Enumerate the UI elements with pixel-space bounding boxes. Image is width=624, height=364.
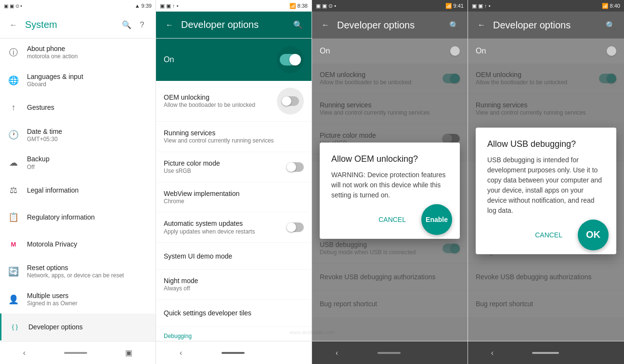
time-4: 8:40 [610,3,620,9]
nav-gestures-title: Gestures [27,103,148,112]
search-button-1[interactable]: 🔍 [121,19,132,31]
wifi-icon-3: 📶 [445,3,452,9]
dialog-wrapper-3: Allow OEM unlocking? WARNING: Device pro… [312,64,468,318]
setting-oem-unlocking-2[interactable]: OEM unlocking Allow the bootloader to be… [156,81,312,122]
nav-reset-title: Reset options [27,263,148,272]
picture-toggle-2[interactable] [286,162,304,172]
back-button-1[interactable]: ← [8,19,19,31]
nav-reset[interactable]: 🔄 Reset options Network, apps, or device… [0,258,156,286]
nav-about-subtitle: motorola one action [27,53,148,61]
picture-thumb-2 [286,162,296,172]
setting-night-subtitle-2: Always off [164,285,304,293]
nav-developer-options[interactable]: { } Developer options [0,313,156,340]
back-button-2[interactable]: ← [164,19,175,31]
nav-backup[interactable]: ☁ Backup Off [0,149,156,177]
cancel-button-4[interactable]: Cancel [527,223,570,247]
app-title-2: Developer options [181,19,286,30]
setting-ui-demo-2[interactable]: System UI demo mode [156,243,312,270]
panel-usb-dialog: ▣ ▣ ↑ • 📶 8:40 ← Developer options 🔍 On … [468,0,624,364]
dialog-title-3: Allow OEM unlocking? [331,154,448,164]
nav-backup-title: Backup [27,155,148,163]
setting-webview-2[interactable]: WebView implementation Chrome [156,182,312,213]
back-nav-3[interactable]: ‹ [328,345,346,361]
auto-thumb-2 [286,222,296,232]
back-button-3[interactable]: ← [320,19,331,31]
nav-motorola-privacy[interactable]: M Motorola Privacy [0,231,156,258]
status-icons-left-2: ▣ ▣ ↑ • [160,3,179,9]
app-bar-icons-1: 🔍 ? [121,19,148,31]
app-title-3: Developer options [337,20,442,31]
recents-nav-1[interactable]: ▣ [117,344,140,361]
ok-button-4[interactable]: OK [578,220,609,250]
setting-auto-subtitle-2: Apply updates when device restarts [164,228,286,236]
nav-developer-text: Developer options [28,323,148,331]
nav-backup-subtitle: Off [27,164,148,171]
setting-ui-title-2: System UI demo mode [164,252,304,260]
cancel-button-3[interactable]: Cancel [371,208,414,231]
reset-icon: 🔄 [8,266,19,277]
setting-night-text-2: Night mode Always off [164,276,304,293]
oem-toggle-highlight-2[interactable] [277,88,304,115]
back-icon-1: ← [10,21,17,29]
panel-developer-options: ▣ ▣ ↑ • 📶 8:38 ← Developer options 🔍 On … [156,0,312,364]
home-indicator-1[interactable] [64,352,87,354]
on-off-label-4: On [476,47,486,55]
time-2: 8:38 [298,3,308,9]
search-button-2[interactable]: 🔍 [292,19,304,31]
on-off-toggle-highlight-2[interactable] [277,46,304,73]
languages-icon: 🌐 [8,75,19,86]
search-button-3[interactable]: 🔍 [448,19,460,31]
setting-auto-title-2: Automatic system updates [164,219,286,228]
app-bar-icons-4: 🔍 [605,19,616,31]
setting-running-subtitle-2: View and control currently running servi… [164,137,304,145]
setting-running-text-2: Running services View and control curren… [164,129,304,145]
backup-icon: ☁ [8,157,19,169]
enable-button-3[interactable]: Enable [421,204,452,235]
on-off-toggle-4[interactable] [599,46,616,56]
nav-legal[interactable]: ⚖ Legal information [0,177,156,204]
nav-gestures[interactable]: ↑ Gestures [0,94,156,121]
nav-regulatory[interactable]: 📋 Regulatory information [0,204,156,231]
search-button-4[interactable]: 🔍 [605,19,616,31]
back-nav-1[interactable]: ‹ [15,345,33,361]
bottom-bar-4: ‹ [468,341,624,364]
on-off-toggle-2[interactable] [280,54,301,65]
setting-picture-color-2[interactable]: Picture color mode Use sRGB [156,152,312,182]
dialog-wrapper-4: Allow USB debugging? USB debugging is in… [468,64,624,318]
status-bar-3: ▣ ▣ ⊙ • 📶 9:41 [312,0,468,12]
enable-btn-container: Enable [417,208,448,231]
gestures-icon: ↑ [8,102,19,114]
back-button-4[interactable]: ← [476,19,487,31]
on-off-label-2: On [164,55,174,64]
nav-about-phone[interactable]: ⓘ About phone motorola one action [0,39,156,66]
setting-webview-title-2: WebView implementation [164,189,304,198]
on-off-thumb-4 [607,46,616,56]
home-indicator-2[interactable] [221,352,245,354]
nav-regulatory-text: Regulatory information [27,213,148,221]
nav-multiuser-text: Multiple users Signed in as Owner [27,291,148,308]
back-nav-4[interactable]: ‹ [483,345,501,361]
nav-datetime[interactable]: 🕐 Date & time GMT+05:30 [0,121,156,149]
home-indicator-4[interactable] [532,352,559,354]
setting-night-mode-2[interactable]: Night mode Always off [156,270,312,300]
back-nav-2[interactable]: ‹ [172,345,190,361]
help-button-1[interactable]: ? [136,19,148,31]
nav-multiuser[interactable]: 👤 Multiple users Signed in as Owner [0,286,156,313]
status-icons-right-3: 📶 9:41 [445,3,464,9]
oem-thumb-2 [282,96,291,106]
setting-auto-text-2: Automatic system updates Apply updates w… [164,219,286,235]
nav-list-1: ⓘ About phone motorola one action 🌐 Lang… [0,39,156,341]
auto-toggle-2[interactable] [286,222,304,232]
dialog-body-4: USB debugging is intended for developmen… [487,155,605,216]
home-indicator-3[interactable] [377,352,401,354]
nav-legal-title: Legal information [27,186,148,195]
nav-languages[interactable]: 🌐 Languages & input Gboard [0,66,156,94]
setting-oem-text-2: OEM unlocking Allow the bootloader to be… [164,93,277,109]
setting-quick-tiles-2[interactable]: Quick settings developer tiles [156,300,312,327]
on-off-toggle-3[interactable] [442,46,460,56]
setting-running-services-2[interactable]: Running services View and control curren… [156,122,312,152]
nav-backup-text: Backup Off [27,155,148,171]
setting-picture-subtitle-2: Use sRGB [164,168,286,175]
setting-auto-updates-2[interactable]: Automatic system updates Apply updates w… [156,212,312,243]
oem-toggle-2[interactable] [282,96,299,106]
